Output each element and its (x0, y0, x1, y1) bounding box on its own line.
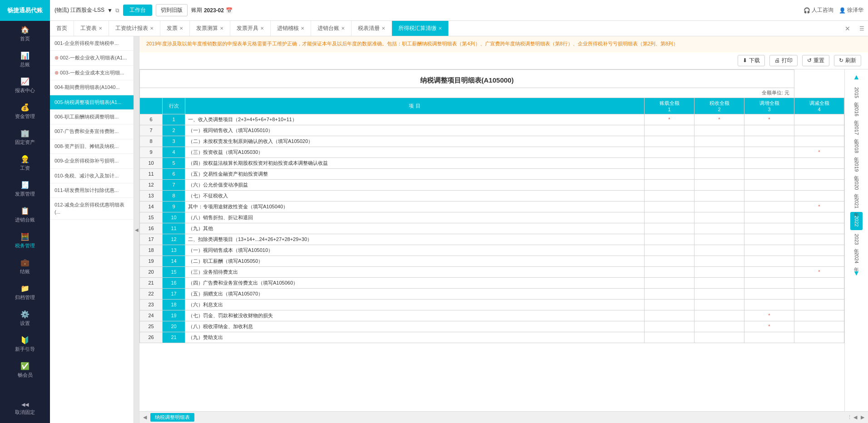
cell-c2[interactable] (694, 332, 744, 343)
cell-item[interactable]: （六）利息支出 (185, 299, 645, 310)
cell-c2[interactable] (694, 136, 744, 147)
tab-payroll-close[interactable]: ✕ (99, 26, 102, 31)
reset-button[interactable]: ↺ 重置 (802, 55, 829, 66)
tab-invoice-calc[interactable]: 发票测算 ✕ (190, 21, 230, 36)
left-panel-item-001[interactable]: 001-企业所得税年度纳税申... (50, 36, 134, 51)
year-down-button[interactable]: ▼ (852, 268, 862, 279)
cell-c3[interactable] (744, 190, 794, 201)
cell-c1[interactable] (645, 256, 694, 266)
left-panel-item-004[interactable]: 004-期间费用明细表(A1040... (50, 80, 134, 95)
cell-c1[interactable] (645, 136, 694, 147)
cell-item[interactable]: （三）业务招待费支出 (185, 266, 645, 277)
cell-c1[interactable] (645, 190, 694, 201)
cell-c2[interactable] (694, 168, 744, 179)
cell-c2[interactable] (694, 157, 744, 168)
cell-c2[interactable] (694, 288, 744, 299)
cell-item[interactable]: （五）捐赠支出（填写A105070） (185, 288, 645, 299)
cell-c3[interactable] (744, 201, 794, 212)
cell-item[interactable]: （一）视同销售成本（填写A105010） (185, 245, 645, 256)
tabbar-settings[interactable]: ☰ (856, 25, 868, 32)
cell-c3[interactable] (744, 299, 794, 310)
cell-item[interactable]: （五）交易性金融资产初始投资调整 (185, 168, 645, 179)
cell-c3[interactable] (744, 168, 794, 179)
cell-c3[interactable] (744, 157, 794, 168)
cell-c1[interactable] (645, 299, 694, 310)
panel-collapse-handle[interactable]: ◀ (134, 36, 139, 423)
cell-item[interactable]: 二、扣除类调整项目（13+14+...24+26+27+28+29+30） (185, 234, 645, 245)
cell-c4[interactable] (794, 332, 844, 343)
workbench-button[interactable]: 工作台 (123, 5, 152, 16)
cell-c1[interactable] (645, 277, 694, 288)
cell-c3[interactable] (744, 288, 794, 299)
cell-c3[interactable] (744, 277, 794, 288)
tab-invoice[interactable]: 发票 ✕ (160, 21, 190, 36)
cell-c4[interactable] (794, 125, 844, 136)
cell-item[interactable]: （二）职工薪酬（填写A105050） (185, 256, 645, 266)
cell-c4[interactable] (794, 321, 844, 332)
sidebar-item-settings[interactable]: ⚙️ 设置 (0, 305, 50, 331)
sheet-nav-left[interactable]: ◀ (143, 414, 147, 420)
year-item[interactable]: 2023年 (850, 230, 863, 248)
cell-c3[interactable]: * (744, 310, 794, 321)
tab-payroll[interactable]: 工资表 ✕ (74, 21, 109, 36)
year-item[interactable]: 2020年 (850, 175, 863, 193)
cell-item[interactable]: （七）不征税收入 (185, 190, 645, 201)
cell-item[interactable]: （七）罚金、罚款和被没收财物的损失 (185, 310, 645, 321)
cell-c4[interactable] (794, 277, 844, 288)
sidebar-item-report[interactable]: 📈 报表中心 (0, 73, 50, 98)
print-button[interactable]: 🖨 打印 (769, 55, 798, 66)
cell-c2[interactable] (694, 212, 744, 223)
cell-c4[interactable] (794, 299, 844, 310)
cell-c3[interactable] (744, 256, 794, 266)
cell-c4[interactable] (794, 288, 844, 299)
cell-c3[interactable] (744, 147, 794, 157)
cell-c3[interactable] (744, 223, 794, 234)
left-panel-item-008[interactable]: 008-资产折旧、摊销及纳税... (50, 139, 134, 154)
sidebar-item-fixed[interactable]: 🏢 固定资产 (0, 124, 50, 150)
cell-c1[interactable] (645, 147, 694, 157)
cell-item[interactable]: 一、收入类调整项目（2+3+4+5+6+7+8+10+11） (185, 114, 645, 125)
cell-c1[interactable] (645, 125, 694, 136)
cell-c1[interactable] (645, 310, 694, 321)
cell-item[interactable]: （六）公允价值变动净损益 (185, 179, 645, 190)
period-value[interactable]: 2023-02 (204, 7, 224, 14)
sidebar-item-guide[interactable]: 🔰 新手引导 (0, 331, 50, 357)
cell-item[interactable]: （三）投资收益（填写A105030） (185, 147, 645, 157)
sidebar-item-invoice-mgr[interactable]: 🧾 发票管理 (0, 176, 50, 202)
cell-c3[interactable]: * (744, 114, 794, 125)
sidebar-item-archive[interactable]: 📁 归档管理 (0, 280, 50, 305)
tab-tax-clear-close[interactable]: ✕ (382, 26, 385, 31)
tab-input-check-close[interactable]: ✕ (301, 26, 304, 31)
cell-c2[interactable] (694, 256, 744, 266)
cell-c2[interactable] (694, 245, 744, 256)
cell-c4[interactable]: * (794, 266, 844, 277)
cell-c1[interactable] (645, 266, 694, 277)
cell-c1[interactable] (645, 321, 694, 332)
left-panel-item-006[interactable]: 006-职工薪酬纳税调整明细... (50, 110, 134, 124)
left-panel-item-007[interactable]: 007-广告费和业务宣传费附... (50, 124, 134, 139)
year-item[interactable]: 2019年 (850, 157, 863, 175)
cell-c4[interactable] (794, 179, 844, 190)
cell-c4[interactable] (794, 212, 844, 223)
cell-c1[interactable] (645, 223, 694, 234)
cell-c3[interactable] (744, 266, 794, 277)
calendar-icon[interactable]: 📅 (226, 7, 233, 14)
cell-c4[interactable] (794, 310, 844, 321)
tab-invoice-open[interactable]: 发票开具 ✕ (230, 21, 271, 36)
cell-c1[interactable] (645, 179, 694, 190)
sheet-nav-right[interactable]: ▶ (861, 414, 864, 420)
left-panel-item-010[interactable]: 010-免税、减计收入及加计... (50, 169, 134, 183)
cell-c2[interactable] (694, 201, 744, 212)
download-button[interactable]: ⬇ 下载 (738, 55, 765, 66)
cell-c3[interactable] (744, 136, 794, 147)
left-panel-item-011[interactable]: 011-研发费用加计扣除优惠... (50, 183, 134, 198)
cell-c4[interactable]: * (794, 147, 844, 157)
cell-c2[interactable] (694, 277, 744, 288)
cell-item[interactable]: （八）销售折扣、折让和退回 (185, 212, 645, 223)
cell-c4[interactable] (794, 168, 844, 179)
sidebar-item-asset[interactable]: 💰 资金管理 (0, 98, 50, 124)
cell-c2[interactable] (694, 125, 744, 136)
sidebar-item-settle[interactable]: 💼 结账 (0, 254, 50, 280)
cell-c1[interactable] (645, 245, 694, 256)
cell-c2[interactable] (694, 223, 744, 234)
